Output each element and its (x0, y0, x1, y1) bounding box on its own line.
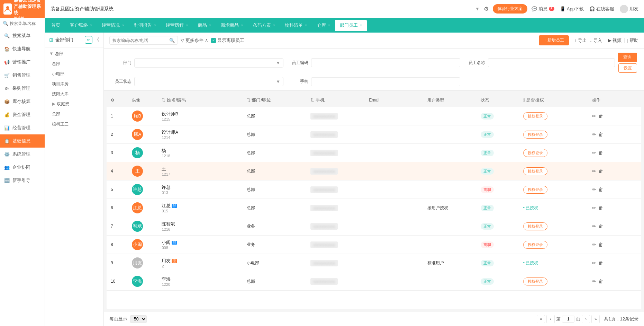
next-page-btn[interactable]: › (582, 315, 590, 323)
search-input[interactable] (112, 38, 168, 43)
app-download-btn[interactable]: 📱 App下载 (560, 6, 584, 12)
delete-btn[interactable]: 🗑 (598, 168, 603, 174)
delete-btn[interactable]: 🗑 (598, 150, 603, 156)
auth-login-btn[interactable]: 授权登录 (523, 131, 547, 139)
edit-btn[interactable]: ✏ (592, 113, 596, 119)
tab-close-icon[interactable]: × (241, 23, 243, 27)
row-auth[interactable]: 授权登录 (519, 236, 588, 254)
tab-goods[interactable]: 商品 × (193, 20, 216, 31)
show-resigned-toggle[interactable]: ✓ 显示离职员工 (211, 37, 244, 44)
row-auth[interactable]: 授权登录 (519, 144, 588, 162)
sidebar-search-input[interactable] (10, 21, 42, 26)
per-page-select[interactable]: 50 (130, 315, 147, 323)
edit-btn[interactable]: ✏ (592, 260, 596, 266)
more-filter-btn[interactable]: ▽ 更多条件 ∧ (181, 37, 208, 44)
edit-btn[interactable]: ✏ (592, 205, 596, 211)
sidebar-item-search[interactable]: 🔍 搜索菜单 (0, 29, 45, 42)
col-header-name[interactable]: ⇅ 姓名/编码 (157, 94, 243, 107)
tab-operation-status[interactable]: 经营情况 × (97, 20, 129, 31)
dept-node-zhishu[interactable]: 植树王三 (45, 119, 103, 129)
query-btn[interactable]: 查询 (618, 53, 637, 62)
tab-close-icon[interactable]: × (186, 23, 188, 27)
tab-close-icon[interactable]: × (328, 23, 330, 27)
search-input-wrap[interactable]: 🔍 (109, 36, 178, 45)
col-header-settings[interactable]: ⚙ (107, 94, 128, 107)
auth-login-btn[interactable]: 授权登录 (523, 167, 547, 175)
col-header-phone[interactable]: ⇅ 手机 (306, 94, 365, 107)
row-auth[interactable]: 授权登录 (519, 272, 588, 291)
emp-code-input[interactable] (311, 58, 460, 67)
emp-name-input[interactable] (488, 58, 615, 67)
edit-btn[interactable]: ✏ (592, 187, 596, 192)
trial-btn[interactable]: 体验行业方案 (493, 4, 527, 14)
settings-icon[interactable]: ⚙ (484, 6, 489, 12)
tab-warehouse[interactable]: 仓库 × (312, 20, 335, 31)
dept-node-xiaodian[interactable]: 总部 (45, 59, 103, 69)
edit-btn[interactable]: ✏ (592, 150, 596, 156)
dept-filter-select[interactable]: ▼ (134, 58, 283, 68)
tab-close-icon[interactable]: × (305, 23, 307, 27)
add-employee-btn[interactable]: + 新增员工 (539, 35, 569, 45)
edit-btn[interactable]: ✏ (592, 132, 596, 137)
message-btn[interactable]: 💬 消息 5 (532, 6, 554, 12)
dept-node-distribution[interactable]: 沈阳大库 (45, 89, 103, 99)
sidebar-item-nav[interactable]: 🏠 快速导航 (0, 42, 45, 55)
tab-close-icon[interactable]: × (122, 23, 124, 27)
dropdown-arrow[interactable]: ▼ (475, 6, 480, 11)
sidebar-item-system[interactable]: ⚙️ 系统管理 (0, 148, 45, 161)
sidebar-item-collab[interactable]: 👥 企业协同 (0, 161, 45, 174)
delete-btn[interactable]: 🗑 (598, 279, 603, 284)
delete-btn[interactable]: 🗑 (598, 187, 603, 192)
dept-node-project[interactable]: 小电部 (45, 69, 103, 79)
col-header-dept[interactable]: ⇅ 部门/职位 (243, 94, 306, 107)
tab-customer[interactable]: 客户联络 × (65, 20, 97, 31)
row-auth[interactable]: 已授权 (519, 254, 588, 272)
dept-node-shenyang[interactable]: 项目库房 (45, 79, 103, 89)
tab-new-goods[interactable]: 新增商品 × (216, 20, 248, 31)
row-auth[interactable]: 授权登录 (519, 125, 588, 144)
collapse-btn[interactable]: 《 (94, 37, 99, 43)
delete-btn[interactable]: 🗑 (598, 205, 603, 211)
page-input[interactable] (562, 316, 574, 323)
auth-login-btn[interactable]: 授权登录 (523, 241, 547, 249)
tab-close-icon[interactable]: × (209, 23, 211, 27)
sidebar-item-marketing[interactable]: 📢 营销推广 (0, 55, 45, 69)
delete-btn[interactable]: 🗑 (598, 113, 603, 119)
edit-btn[interactable]: ✏ (592, 223, 596, 229)
dept-node-zongbu[interactable]: 总部 (45, 109, 103, 119)
help-btn[interactable]: | 帮助 (627, 37, 638, 44)
auth-login-btn[interactable]: 授权登录 (523, 277, 547, 285)
tab-close-icon[interactable]: × (154, 23, 156, 27)
sidebar-item-inventory[interactable]: 📦 库存核算 (0, 95, 45, 108)
phone-input[interactable] (311, 77, 460, 86)
row-auth[interactable]: 授权登录 (519, 107, 588, 125)
dept-node-root[interactable]: ▼总部 (45, 49, 103, 59)
edit-btn[interactable]: ✏ (592, 279, 596, 284)
row-auth[interactable]: 已授权 (519, 199, 588, 217)
sidebar-item-sales[interactable]: 🛒 销售管理 (0, 69, 45, 82)
auth-login-btn[interactable]: 授权登录 (523, 186, 547, 194)
row-auth[interactable]: 授权登录 (519, 217, 588, 236)
online-support-btn[interactable]: 🎧 在线客服 (589, 6, 614, 12)
auth-login-btn[interactable]: 授权登录 (523, 149, 547, 157)
export-btn[interactable]: ↑ 导出 (575, 37, 587, 44)
view-btn[interactable]: ▶ 视频 (608, 37, 622, 44)
tab-operation-history[interactable]: 经营历程 × (161, 20, 193, 31)
auth-login-btn[interactable]: 授权登录 (523, 112, 547, 120)
tab-bom[interactable]: 物料清单 × (280, 20, 312, 31)
edit-btn[interactable]: ✏ (592, 242, 596, 247)
filter-settings-btn[interactable]: 设置 (618, 63, 637, 73)
auth-login-btn[interactable]: 授权登录 (523, 222, 547, 230)
import-btn[interactable]: ↓ 导入 (590, 37, 602, 44)
tab-employees[interactable]: 部门员工 × (335, 20, 367, 31)
sidebar-item-operation[interactable]: 📊 经营管理 (0, 121, 45, 134)
tab-barcode[interactable]: 条码方案 × (248, 20, 280, 31)
delete-btn[interactable]: 🗑 (598, 223, 603, 229)
delete-btn[interactable]: 🗑 (598, 260, 603, 266)
sidebar-item-guide[interactable]: 🆕 新手引导 (0, 174, 45, 187)
dept-node-shuangt[interactable]: ▶双庭想 (45, 99, 103, 109)
dept-edit-btn[interactable]: ✏ (85, 36, 92, 44)
sidebar-item-finance[interactable]: 💰 资金管理 (0, 108, 45, 121)
sidebar-item-basic[interactable]: 📋 基础信息 (0, 134, 45, 148)
delete-btn[interactable]: 🗑 (598, 242, 603, 247)
